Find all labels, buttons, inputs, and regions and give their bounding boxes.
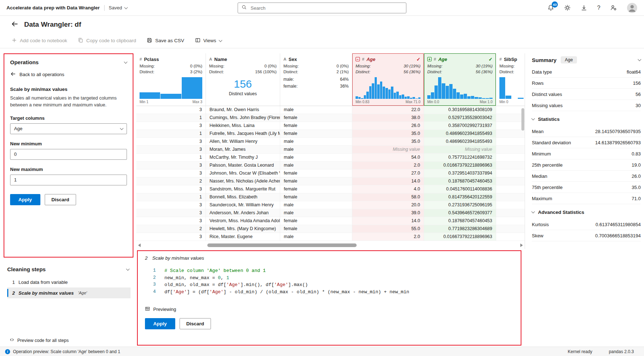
grid-cell[interactable]: 55.0 <box>352 225 424 233</box>
cleaning-step[interactable]: 1Load data from variable <box>7 277 131 287</box>
column-header-sibsp[interactable]: #SibSpMissing:Distinct:Min 0 <box>496 53 525 106</box>
grid-cell[interactable]: Braund, Mr. Owen Harris <box>206 106 280 114</box>
grid-cell[interactable]: female <box>280 114 352 122</box>
code-apply-button[interactable]: Apply <box>145 318 175 329</box>
grid-cell[interactable]: Missing value <box>352 146 424 154</box>
scroll-left-arrow-icon[interactable] <box>138 243 141 247</box>
grid-cell[interactable]: 39.0 <box>352 209 424 217</box>
search-input[interactable] <box>250 5 402 11</box>
grid-cell[interactable]: male <box>280 138 352 146</box>
horizontal-scroll-track[interactable] <box>144 243 517 247</box>
horizontal-scroll-thumb[interactable] <box>207 243 357 247</box>
grid-cell[interactable]: Bonnell, Miss. Elizabeth <box>206 193 280 201</box>
preview-code-all-steps-button[interactable]: Preview code for all steps <box>9 337 69 343</box>
grid-cell[interactable]: 0.48696023941855493 <box>424 138 496 146</box>
grid-cell[interactable]: female <box>280 130 352 138</box>
grid-cell[interactable]: 0.7577312241698732 <box>424 154 496 162</box>
grid-cell[interactable] <box>496 146 525 154</box>
grid-cell[interactable] <box>496 225 525 233</box>
grid-cell[interactable]: 3 <box>136 146 206 154</box>
grid-cell[interactable]: male <box>280 162 352 170</box>
grid-cell[interactable] <box>496 162 525 170</box>
grid-cell[interactable] <box>496 177 525 185</box>
grid-cell[interactable] <box>496 217 525 225</box>
statistics-section-header[interactable]: Statistics <box>532 112 641 126</box>
grid-cell[interactable]: 0.016673792218896963 <box>424 233 496 241</box>
grid-cell[interactable]: Andersson, Mr. Anders Johan <box>206 209 280 217</box>
column-check-icon[interactable]: ✓ <box>416 57 420 62</box>
grid-cell[interactable]: Johnson, Mrs. Oscar W (Elisabeth Vil <box>206 170 280 177</box>
grid-cell[interactable]: Missing value <box>424 146 496 154</box>
grid-cell[interactable]: 0.3729514037337894 <box>424 170 496 177</box>
grid-cell[interactable]: 26.0 <box>352 122 424 130</box>
grid-cell[interactable]: Sandstrom, Miss. Marguerite Rut <box>206 185 280 193</box>
grid-cell[interactable]: female <box>280 122 352 130</box>
grid-cell[interactable]: 3 <box>136 185 206 193</box>
grid-cell[interactable] <box>496 233 525 241</box>
grid-cell[interactable]: 0.3587002992731937 <box>424 122 496 130</box>
grid-cell[interactable]: 2 <box>136 177 206 185</box>
copy-code-button[interactable]: Copy code to clipboard <box>78 38 136 44</box>
grid-cell[interactable]: Rice, Master. Eugene <box>206 233 280 241</box>
grid-cell[interactable]: 14.0 <box>352 177 424 185</box>
grid-cell[interactable]: female <box>280 177 352 185</box>
vertical-scroll-thumb[interactable] <box>521 108 524 131</box>
grid-cell[interactable]: 38.0 <box>352 114 424 122</box>
column-header-age_old[interactable]: −#Age✓Missing:30 (19%)Distinct:56 (36%)M… <box>352 53 424 106</box>
grid-cell[interactable] <box>496 106 525 114</box>
grid-cell[interactable]: Moran, Mr. James <box>206 146 280 154</box>
grid-cell[interactable]: female <box>280 217 352 225</box>
grid-cell[interactable] <box>496 122 525 130</box>
grid-cell[interactable]: Saundercock, Mr. William Henry <box>206 201 280 209</box>
grid-cell[interactable]: 35.0 <box>352 130 424 138</box>
vertical-scrollbar[interactable] <box>521 107 524 241</box>
avatar[interactable] <box>627 3 638 13</box>
grid-cell[interactable]: male <box>280 209 352 217</box>
new-minimum-input[interactable] <box>10 149 127 160</box>
grid-cell[interactable]: 3 <box>136 170 206 177</box>
grid-cell[interactable]: 3 <box>136 233 206 241</box>
chevron-down-icon[interactable] <box>638 58 641 61</box>
back-to-operations-link[interactable]: Back to all operations <box>10 71 127 78</box>
grid-cell[interactable]: 3 <box>136 201 206 209</box>
download-icon[interactable] <box>581 4 587 11</box>
grid-cell[interactable]: 0.1876870457460453 <box>424 217 496 225</box>
grid-cell[interactable]: 3 <box>136 217 206 225</box>
pandas-version[interactable]: pandas 2.0.3 <box>609 349 634 354</box>
column-header-name[interactable]: ANameMissing:0 (0%)Distinct:156 (100%)15… <box>206 53 280 106</box>
grid-cell[interactable]: 0.3016958814308109 <box>424 106 496 114</box>
chevron-down-icon[interactable] <box>126 267 130 271</box>
grid-cell[interactable]: 0.016673792218896963 <box>424 162 496 170</box>
code-editor[interactable]: 1# Scale column 'Age' between 0 and 12ne… <box>145 267 513 295</box>
horizontal-scrollbar[interactable] <box>136 242 525 248</box>
grid-cell[interactable]: female <box>280 225 352 233</box>
grid-cell[interactable]: 0.2731936725096195 <box>424 201 496 209</box>
grid-cell[interactable] <box>496 170 525 177</box>
grid-cell[interactable]: 0.5439646572609377 <box>424 209 496 217</box>
grid-cell[interactable]: 0.7719823286304689 <box>424 225 496 233</box>
grid-cell[interactable]: 1 <box>136 130 206 138</box>
grid-cell[interactable]: female <box>280 193 352 201</box>
notifications-bell-icon[interactable]: 43 <box>547 4 554 11</box>
grid-cell[interactable] <box>496 154 525 162</box>
scroll-right-arrow-icon[interactable] <box>520 243 523 247</box>
grid-cell[interactable]: 27.0 <box>352 170 424 177</box>
grid-cell[interactable]: female <box>280 185 352 193</box>
discard-button[interactable]: Discard <box>45 194 76 205</box>
grid-cell[interactable]: 3 <box>136 106 206 114</box>
grid-cell[interactable]: 0.8147356420122559 <box>424 193 496 201</box>
back-icon[interactable] <box>11 20 18 29</box>
grid-cell[interactable]: Nasser, Mrs. Nicholas (Adele Achem <box>206 177 280 185</box>
grid-cell[interactable] <box>496 209 525 217</box>
apply-button[interactable]: Apply <box>10 194 40 205</box>
advanced-statistics-section-header[interactable]: Advanced Statistics <box>532 205 641 219</box>
search-box[interactable] <box>238 3 406 13</box>
new-maximum-input[interactable] <box>10 175 127 185</box>
grid-cell[interactable]: 1 <box>136 193 206 201</box>
grid-cell[interactable]: 0.48696023941855493 <box>424 130 496 138</box>
column-check-icon[interactable]: ✓ <box>489 57 493 62</box>
grid-cell[interactable]: 3 <box>136 122 206 130</box>
column-header-age_new[interactable]: +#Age✓Missing:30 (19%)Distinct:56 (36%)M… <box>424 53 496 106</box>
grid-cell[interactable]: male <box>280 201 352 209</box>
grid-cell[interactable]: Cumings, Mrs. John Bradley (Florenc <box>206 114 280 122</box>
